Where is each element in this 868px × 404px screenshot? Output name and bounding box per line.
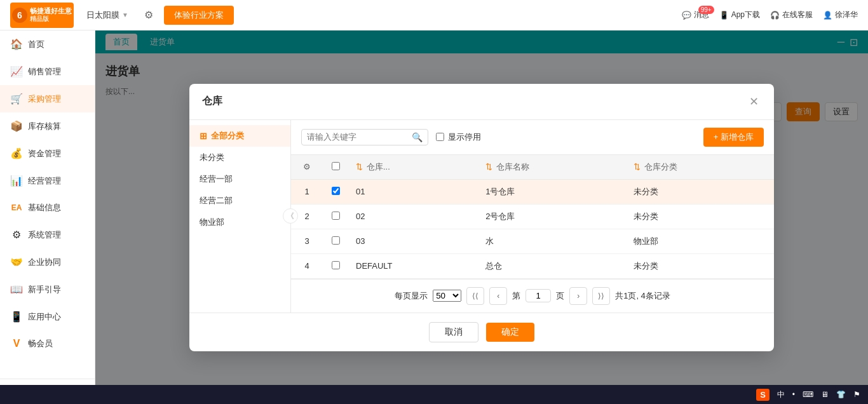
statusbar-shirt-icon: 👕 [836,390,846,399]
sidebar-item-system[interactable]: ⚙ 系统管理 [0,221,95,248]
settings-icon[interactable]: ⚙ [139,5,159,25]
page-number-input[interactable] [526,289,551,302]
user-item[interactable]: 👤 徐泽华 [823,10,858,20]
purchase-icon: 🛒 [10,93,23,105]
gear-icon: ⚙ [303,162,311,172]
show-disabled-label[interactable]: 显示停用 [436,131,481,143]
col-category-header: ⇅ 仓库分类 [626,155,774,180]
apps-icon: 📱 [10,311,23,323]
category-item-uncategorized[interactable]: 未分类 [189,147,290,168]
statusbar-dot: • [792,390,795,399]
online-service-item[interactable]: 🎧 在线客服 [770,10,813,20]
row-name: 1号仓库 [478,179,626,204]
table-row[interactable]: 4 DEFAULT 总仓 未分类 [291,253,774,278]
row-checkbox[interactable] [323,253,348,278]
logo-icon: 6 [12,8,27,23]
statusbar: S 中 • ⌨ 🖥 👕 ⚑ [0,385,868,404]
table-row[interactable]: 3 03 水 物业部 [291,229,774,253]
table-row[interactable]: 2 02 2号仓库 未分类 [291,204,774,229]
prev-page-button[interactable]: ‹ [489,287,507,305]
warehouse-modal: 仓库 ✕ 《 ⊞ 全部分类 未分类 [189,84,774,351]
add-warehouse-button[interactable]: + 新增仓库 [703,128,764,147]
sidebar-item-enterprise[interactable]: 🤝 企业协同 [0,248,95,276]
cancel-button[interactable]: 取消 [429,322,478,342]
sort-icon-name: ⇅ [485,162,492,172]
category-item-dept2[interactable]: 经营二部 [189,190,290,212]
main-content: 首页 进货单 ─ ⊡ 进货单 按以下... 🖨 印 ↑ 导出 [95,30,868,404]
user-icon: 👤 [823,11,832,20]
modal-overlay: 仓库 ✕ 《 ⊞ 全部分类 未分类 [95,30,868,404]
sidebar-item-finance[interactable]: 💰 资金管理 [0,140,95,167]
finance-icon: 💰 [10,147,23,159]
sidebar-item-inventory[interactable]: 📦 库存核算 [0,112,95,140]
main-layout: 🏠 首页 📈 销售管理 🛒 采购管理 📦 库存核算 💰 资金管理 📊 经营管理 … [0,30,868,404]
inventory-icon: 📦 [10,120,23,132]
show-disabled-checkbox[interactable] [436,133,444,141]
row-checkbox[interactable] [323,229,348,253]
vip-icon: V [10,338,23,349]
warehouse-table: ⚙ ⇅ 仓库... [291,155,774,279]
first-page-button[interactable]: ⟨⟨ [466,287,484,305]
per-page-label: 每页显示 [395,290,428,302]
row-category: 物业部 [626,229,774,253]
logo-text: 畅捷通好生意 精品版 [30,7,72,23]
row-num: 4 [291,253,323,278]
table-header-row: ⚙ ⇅ 仓库... [291,155,774,180]
search-icon[interactable]: 🔍 [412,132,423,142]
enterprise-icon: 🤝 [10,256,23,268]
category-item-all[interactable]: ⊞ 全部分类 [189,125,290,147]
sidebar-item-operations[interactable]: 📊 经营管理 [0,167,95,194]
sort-icon: ⇅ [356,162,363,172]
row-num: 1 [291,179,323,204]
row-checkbox[interactable] [323,204,348,229]
row-code: 01 [348,179,478,204]
next-page-button[interactable]: › [569,287,587,305]
search-input[interactable] [307,132,408,142]
row-checkbox[interactable] [323,179,348,204]
sidebar-item-guide[interactable]: 📖 新手引导 [0,276,95,303]
sidebar-item-purchase[interactable]: 🛒 采购管理 [0,85,95,112]
ea-icon: EA [10,203,23,212]
s-logo: S [756,389,770,401]
sidebar-item-apps[interactable]: 📱 应用中心 [0,303,95,330]
category-panel: 《 ⊞ 全部分类 未分类 经营一部 经营二部 [189,120,291,313]
category-item-dept1[interactable]: 经营一部 [189,168,290,190]
message-item[interactable]: 💬 消息 99+ [682,10,709,20]
row-code: 02 [348,204,478,229]
statusbar-flag-icon: ⚑ [853,390,860,399]
statusbar-chinese: 中 [777,389,785,400]
col-checkbox [323,155,348,180]
guide-icon: 📖 [10,283,23,295]
row-code: 03 [348,229,478,253]
row-code: DEFAULT [348,253,478,278]
trial-button[interactable]: 体验行业方案 [164,6,234,25]
last-page-button[interactable]: ⟩⟩ [592,287,610,305]
confirm-button[interactable]: 确定 [486,323,534,342]
sidebar-item-home[interactable]: 🏠 首页 [0,30,95,58]
category-collapse-button[interactable]: 《 [283,208,298,224]
headset-icon: 🎧 [770,11,780,20]
topbar: 6 畅捷通好生意 精品版 日太阳膜 ▼ ⚙ 体验行业方案 💬 消息 99+ 📱 … [0,0,868,30]
row-name: 总仓 [478,253,626,278]
category-item-property[interactable]: 物业部 [189,212,290,233]
row-name: 水 [478,229,626,253]
row-num: 3 [291,229,323,253]
table-panel: 🔍 显示停用 + 新增仓库 [291,120,774,313]
store-selector[interactable]: 日太阳膜 ▼ [81,7,133,24]
app-logo: 6 畅捷通好生意 精品版 [10,3,74,28]
per-page-select[interactable]: 50 10 20 100 [433,290,461,302]
row-name: 2号仓库 [478,204,626,229]
modal-close-button[interactable]: ✕ [746,94,761,109]
sidebar-item-basic-info[interactable]: EA 基础信息 [0,194,95,221]
app-download-item[interactable]: 📱 App下载 [719,10,760,20]
sidebar-item-vip[interactable]: V 畅会员 [0,330,95,357]
message-icon: 💬 [682,11,691,20]
topbar-center: 日太阳膜 ▼ ⚙ 体验行业方案 [74,5,682,25]
modal-footer: 取消 确定 [189,313,774,351]
sort-icon-category: ⇅ [634,162,641,172]
select-all-checkbox[interactable] [332,162,340,170]
sidebar-item-sales[interactable]: 📈 销售管理 [0,58,95,85]
col-code-header: ⇅ 仓库... [348,155,478,180]
sidebar: 🏠 首页 📈 销售管理 🛒 采购管理 📦 库存核算 💰 资金管理 📊 经营管理 … [0,30,95,404]
table-row[interactable]: 1 01 1号仓库 未分类 [291,179,774,204]
